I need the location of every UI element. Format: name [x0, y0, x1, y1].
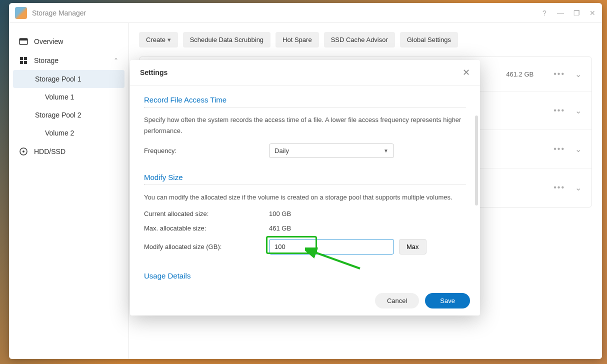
current-size-label: Current allocated size: [144, 210, 269, 218]
modal-body: Record File Access Time Specify how ofte… [130, 86, 480, 286]
svg-rect-1 [20, 38, 28, 40]
storage-icon [19, 56, 28, 65]
overview-icon [19, 37, 28, 46]
section-title-usage: Usage Details [144, 272, 466, 280]
divider [144, 107, 466, 108]
modify-size-input[interactable] [269, 239, 394, 254]
sidebar-label: Storage Pool 2 [35, 111, 82, 119]
frequency-value: Daily [274, 147, 289, 154]
svg-rect-4 [20, 61, 23, 64]
frequency-row: Frequency: Daily ▼ [144, 144, 466, 158]
sidebar-item-pool1[interactable]: Storage Pool 1 [13, 70, 124, 88]
scrollbar[interactable] [475, 116, 478, 206]
sidebar-label: HDD/SSD [34, 148, 66, 156]
modify-size-label: Modify allocated size (GB): [144, 243, 269, 250]
pool-actions: ••• ⌄ [554, 106, 582, 116]
svg-rect-3 [24, 57, 27, 60]
chevron-down-icon: ▼ [384, 148, 388, 154]
modal-header: Settings ✕ [130, 60, 480, 86]
frequency-label: Frequency: [144, 147, 269, 154]
frequency-select[interactable]: Daily ▼ [269, 144, 394, 158]
chevron-down-icon[interactable]: ⌄ [575, 106, 582, 116]
minimize-icon[interactable]: — [557, 10, 564, 16]
save-button[interactable]: Save [425, 293, 470, 308]
sidebar-label: Volume 2 [45, 129, 74, 137]
section-desc: Specify how often the system records the… [144, 114, 466, 136]
input-wrap [269, 239, 394, 254]
close-icon[interactable]: ✕ [589, 10, 596, 16]
global-button[interactable]: Global Settings [400, 32, 458, 48]
window-controls: ? — ❐ ✕ [541, 10, 596, 16]
toolbar: Create Schedule Data Scrubbing Hot Spare… [139, 32, 592, 48]
maximize-icon[interactable]: ❐ [573, 10, 580, 16]
settings-modal: Settings ✕ Record File Access Time Speci… [130, 60, 480, 316]
svg-rect-5 [24, 61, 27, 64]
max-size-value: 461 GB [269, 224, 291, 232]
ssdcache-button[interactable]: SSD Cache Advisor [324, 32, 395, 48]
modal-footer: Cancel Save [130, 286, 480, 316]
section-title-size: Modify Size [144, 173, 466, 182]
sidebar-label: Volume 1 [45, 93, 74, 101]
pool-actions: ••• ⌄ [554, 144, 582, 154]
divider [144, 184, 466, 185]
current-size-value: 100 GB [269, 210, 291, 218]
sidebar-item-storage[interactable]: Storage ⌃ [13, 51, 124, 70]
chevron-down-icon[interactable]: ⌄ [575, 70, 582, 79]
modify-size-row: Modify allocated size (GB): Max [144, 239, 466, 254]
hdd-icon [19, 147, 28, 156]
sidebar-item-vol2[interactable]: Volume 2 [13, 124, 124, 142]
help-icon[interactable]: ? [541, 10, 548, 16]
max-button[interactable]: Max [399, 239, 426, 254]
sidebar: Overview Storage ⌃ Storage Pool 1 Volume… [9, 23, 129, 359]
more-icon[interactable]: ••• [554, 183, 565, 192]
app-title: Storage Manager [32, 9, 541, 17]
section-desc: You can modify the allocated size if the… [144, 192, 466, 203]
cancel-button[interactable]: Cancel [375, 293, 419, 308]
pool-actions: ••• ⌄ [554, 183, 582, 192]
chevron-down-icon[interactable]: ⌄ [575, 183, 582, 192]
section-title-access: Record File Access Time [144, 96, 466, 104]
sidebar-label: Storage [34, 56, 58, 64]
chevron-down-icon[interactable]: ⌄ [575, 144, 582, 154]
current-size-row: Current allocated size: 100 GB [144, 210, 466, 218]
sidebar-item-overview[interactable]: Overview [13, 32, 124, 51]
sidebar-item-hdd[interactable]: HDD/SSD [13, 142, 124, 161]
svg-point-7 [22, 150, 24, 152]
max-size-row: Max. allocatable size: 461 GB [144, 224, 466, 232]
modal-close-icon[interactable]: ✕ [462, 67, 470, 78]
sidebar-item-vol1[interactable]: Volume 1 [13, 88, 124, 106]
sidebar-item-pool2[interactable]: Storage Pool 2 [13, 106, 124, 124]
chevron-up-icon: ⌃ [114, 57, 118, 64]
sidebar-label: Overview [34, 38, 63, 46]
more-icon[interactable]: ••• [554, 144, 565, 154]
max-size-label: Max. allocatable size: [144, 224, 269, 232]
schedule-button[interactable]: Schedule Data Scrubbing [183, 32, 270, 48]
more-icon[interactable]: ••• [554, 70, 565, 79]
modal-title: Settings [140, 68, 462, 76]
hotspare-button[interactable]: Hot Spare [276, 32, 319, 48]
sidebar-label: Storage Pool 1 [35, 75, 82, 83]
pool-size: 461.2 GB [506, 70, 534, 78]
more-icon[interactable]: ••• [554, 106, 565, 116]
create-button[interactable]: Create [139, 32, 178, 48]
svg-rect-2 [20, 57, 23, 60]
titlebar: Storage Manager ? — ❐ ✕ [9, 3, 602, 23]
pool-actions: ••• ⌄ [554, 70, 582, 79]
app-icon [15, 7, 27, 19]
